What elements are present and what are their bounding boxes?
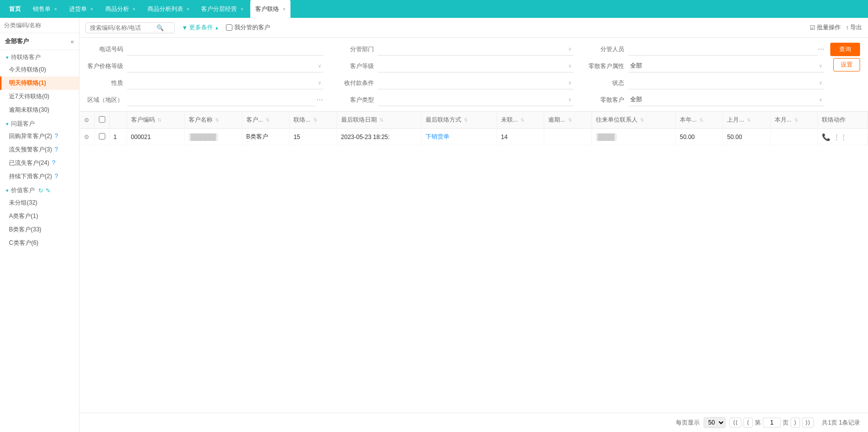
sidebar-collapse-icon[interactable]: «: [71, 38, 74, 45]
sidebar-item-today[interactable]: 今天待联络(0): [0, 63, 79, 76]
sort-overdue-icon[interactable]: ⇅: [568, 117, 572, 123]
nav-tab-crm[interactable]: 客户分层经营 ×: [196, 0, 248, 18]
nav-tab-purchase-close[interactable]: ×: [90, 6, 93, 12]
row-last-contact-method-link[interactable]: 下销货单: [426, 133, 449, 140]
nav-tab-analysis[interactable]: 商品分析 ×: [100, 0, 141, 18]
first-page-btn[interactable]: ⟨⟨: [729, 418, 741, 428]
my-customers-checkbox[interactable]: [226, 24, 232, 31]
info-icon-declining: ?: [55, 173, 58, 180]
sidebar-item-churn-warning[interactable]: 流失预警客户(3) ?: [0, 143, 79, 156]
nav-tab-analysis-close[interactable]: ×: [133, 6, 136, 12]
sidebar-item-b-class[interactable]: B类客户(33): [0, 223, 79, 236]
filter-dept: 分管部门 ∨: [338, 43, 574, 56]
sort-uc2-icon[interactable]: ⇅: [640, 117, 644, 123]
filter-person-input[interactable]: [628, 43, 817, 56]
col-header-gear: ⚙: [79, 112, 94, 129]
pending-section-title: 待联络客户: [11, 53, 41, 62]
sidebar-item-declining[interactable]: 持续下滑客户(2) ?: [0, 170, 79, 183]
more-filter-btn[interactable]: ▼ 更多条件 ▲: [179, 22, 222, 33]
nav-tab-contact[interactable]: 客户联络 ×: [250, 0, 290, 18]
filter-gender-arrow: ∨: [318, 80, 321, 85]
sort-ty-icon[interactable]: ⇅: [699, 117, 703, 123]
filter-retail-customer-select[interactable]: 全部 ∨: [628, 93, 824, 106]
filter-person-dots[interactable]: ···: [818, 45, 824, 53]
nav-tab-sales-close[interactable]: ×: [54, 6, 57, 12]
filter-dept-select[interactable]: ∨: [378, 43, 574, 56]
last-page-btn[interactable]: ⟩⟩: [802, 418, 814, 428]
table-footer: 每页显示 50 ⟨⟨ ⟨ 第 页 ⟩ ⟩⟩ 共1页 1条记录: [79, 413, 868, 432]
filter-payment: 收付款条件 ∨: [338, 76, 574, 89]
sidebar-item-7days[interactable]: 近7天待联络(0): [0, 90, 79, 103]
filter-customer-type-select[interactable]: ∨: [378, 93, 574, 106]
sidebar-item-a-class[interactable]: A类客户(1): [0, 210, 79, 223]
filter-payment-select[interactable]: ∨: [378, 76, 574, 89]
filter-region-input[interactable]: [127, 93, 316, 106]
sort-lm-icon[interactable]: ⇅: [747, 117, 751, 123]
filter-customer-level: 客户等级 ∨: [338, 60, 574, 72]
info-icon-churn-warning: ?: [55, 146, 58, 153]
sort-lcd-icon[interactable]: ⇅: [379, 117, 383, 123]
page-size-select[interactable]: 50: [704, 417, 725, 428]
sort-tm-icon[interactable]: ⇅: [794, 117, 798, 123]
nav-tab-analysis-list-label: 商品分析列表: [147, 5, 183, 13]
sidebar-item-ungrouped[interactable]: 未分组(32): [0, 196, 79, 210]
action-more-icon[interactable]: ⋮⋮: [833, 133, 847, 141]
value-edit-icon[interactable]: ✎: [46, 187, 51, 194]
filter-retail-attr: 零散客户属性 全部 ∨: [588, 60, 824, 72]
nav-tab-analysis-list-close[interactable]: ×: [187, 6, 190, 12]
filter-payment-arrow: ∨: [568, 80, 572, 85]
sort-name-icon[interactable]: ⇅: [215, 117, 219, 123]
row-last-month: 50.00: [723, 129, 770, 145]
filter-region-dots[interactable]: ···: [316, 96, 323, 104]
page-number-input[interactable]: [763, 418, 781, 428]
filter-gender-select[interactable]: ∨: [127, 76, 323, 89]
col-header-name: 客户名称 ⇅: [184, 112, 242, 129]
query-btn[interactable]: 查询: [830, 43, 860, 56]
filter-phone-input[interactable]: [127, 43, 323, 56]
filter-value-level-select[interactable]: ∨: [127, 60, 323, 72]
sort-code-icon[interactable]: ⇅: [157, 117, 161, 123]
my-customers-checkbox-area[interactable]: 我分管的客户: [226, 23, 270, 32]
col-header-type: 客户... ⇅: [242, 112, 289, 129]
select-all-checkbox[interactable]: [99, 116, 105, 123]
row-last-contact-date: 2023-05-23 18:25:: [337, 129, 422, 145]
row-this-year: 50.00: [675, 129, 723, 145]
sidebar-item-repurchase-abnormal[interactable]: 回购异常客户(2) ?: [0, 130, 79, 143]
sidebar-item-declining-label: 持续下滑客户(2): [9, 173, 52, 180]
filter-customer-level-select[interactable]: ∨: [378, 60, 574, 72]
nav-tab-sales[interactable]: 销售单 ×: [28, 0, 62, 18]
sidebar-item-overdue[interactable]: 逾期未联络(30): [0, 103, 79, 117]
sidebar-section-value: ▼ 价值客户 ↻ ✎: [0, 183, 79, 196]
sidebar-all-customers[interactable]: 全部客户 «: [0, 33, 79, 50]
sidebar-search-input[interactable]: [4, 22, 78, 29]
sort-type-icon[interactable]: ⇅: [266, 117, 270, 123]
sort-contact-icon[interactable]: ⇅: [313, 117, 317, 123]
nav-tab-crm-close[interactable]: ×: [240, 6, 243, 12]
row-unit-contact-blurred: ████: [596, 133, 617, 141]
batch-op-btn[interactable]: ☑ 批量操作: [810, 23, 841, 32]
export-btn[interactable]: ↑ 导出: [846, 23, 862, 32]
sidebar-item-c-class[interactable]: C类客户(6): [0, 236, 79, 250]
nav-tab-contact-close[interactable]: ×: [283, 6, 286, 12]
filter-status-select[interactable]: ∨: [628, 76, 824, 89]
sidebar-item-tomorrow[interactable]: 明天待联络(1): [0, 76, 79, 90]
prev-page-btn[interactable]: ⟨: [743, 418, 753, 428]
nav-tab-analysis-list[interactable]: 商品分析列表 ×: [143, 0, 195, 18]
row-gear-icon[interactable]: ⚙: [79, 129, 94, 145]
nav-tab-purchase[interactable]: 进货单 ×: [64, 0, 98, 18]
action-call-icon[interactable]: 📞: [822, 133, 830, 141]
value-refresh-icon[interactable]: ↻: [38, 187, 43, 194]
settings-btn[interactable]: 设置: [833, 58, 860, 72]
sidebar-item-churned[interactable]: 已流失客户(24) ?: [0, 156, 79, 170]
table-container: ⚙ 客户编码 ⇅ 客户名称 ⇅: [79, 112, 868, 413]
row-type: B类客户: [242, 129, 289, 145]
next-page-btn[interactable]: ⟩: [791, 418, 800, 428]
filter-retail-attr-select[interactable]: 全部 ∨: [628, 60, 824, 72]
sort-uc-icon[interactable]: ⇅: [520, 117, 524, 123]
row-checkbox[interactable]: [99, 133, 105, 140]
main-search-input[interactable]: [90, 24, 154, 31]
main-search-icon[interactable]: 🔍: [156, 24, 164, 31]
nav-home[interactable]: 首页: [4, 0, 26, 18]
gear-header-icon[interactable]: ⚙: [84, 117, 89, 124]
sort-lcm-icon[interactable]: ⇅: [464, 117, 468, 123]
